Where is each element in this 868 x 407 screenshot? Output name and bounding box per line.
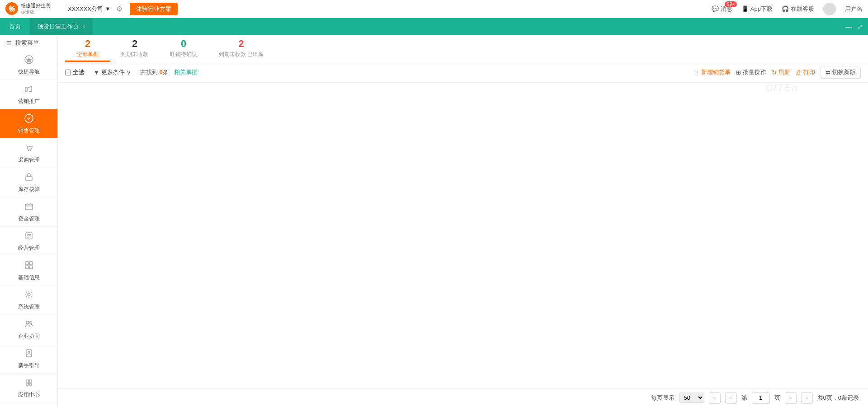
print-label: 打印 — [803, 68, 815, 76]
refresh-icon: ↻ — [772, 69, 777, 76]
next-page-btn[interactable]: > — [785, 392, 797, 404]
pagination-bar: 每页显示 50 100 200 « < 第 页 > » 共0页，0条记录 — [58, 388, 868, 407]
online-service-btn[interactable]: 🎧 在线客服 — [782, 5, 814, 13]
stat-tab-all[interactable]: 2 全部单据 — [65, 35, 110, 62]
svg-text:畅: 畅 — [9, 5, 15, 12]
toolbar-right: + 新增销货单 ⊞ 批量操作 ↻ 刷新 🖨 打印 ⇄ 切换新版 — [696, 66, 861, 79]
per-page-select[interactable]: 50 100 200 — [679, 393, 704, 403]
filter-label: 更多条件 — [101, 68, 125, 76]
sidebar-item-purchase[interactable]: 采购管理 — [0, 139, 57, 168]
trial-button[interactable]: 体验行业方案 — [130, 3, 178, 15]
sidebar-item-sales[interactable]: 销售管理 — [0, 109, 57, 139]
sidebar-item-system[interactable]: 系统管理 — [0, 285, 57, 315]
tab-bar-right: — ⤢ — [845, 23, 868, 30]
sidebar-search[interactable]: ☰ 搜索菜单 — [0, 35, 57, 51]
tab-bar: 首页 钱货日清工作台 × — ⤢ — [0, 18, 868, 35]
svg-point-21 — [26, 321, 29, 324]
page-input[interactable] — [752, 392, 770, 404]
sidebar-item-guide[interactable]: 新手引导 — [0, 344, 57, 374]
table-area — [58, 83, 868, 388]
toolbar: 全选 ▼ 更多条件 ∨ 共找到 0条 相关单据 + 新增销货单 ⊞ 批量操作 — [58, 62, 868, 83]
per-page-label: 每页显示 — [651, 394, 675, 402]
chevron-down-icon: ∨ — [127, 69, 131, 76]
switch-icon: ⇄ — [826, 69, 830, 76]
first-page-btn[interactable]: « — [709, 392, 721, 404]
stat-tab-pending[interactable]: 0 旺铺待确认 — [159, 35, 208, 62]
refresh-btn[interactable]: ↻ 刷新 — [772, 68, 790, 76]
logo-area: 畅 畅捷通好生意 标准版 — [5, 2, 63, 15]
sidebar-item-finance[interactable]: 资金管理 — [0, 197, 57, 227]
switch-version-btn[interactable]: ⇄ 切换新版 — [821, 66, 861, 79]
app-download-btn[interactable]: 📱 App下载 — [741, 5, 773, 13]
app-icon: 📱 — [741, 5, 749, 12]
operations-icon — [24, 231, 33, 243]
stat-label-overdue: 到期未收款 — [121, 51, 148, 58]
found-count: 0 — [160, 69, 163, 75]
app-center-icon — [24, 378, 33, 389]
sidebar-item-wechat[interactable]: 企业微信 — [0, 403, 57, 407]
system-icon — [24, 290, 33, 301]
username[interactable]: 用户名 — [845, 5, 863, 13]
top-header: 畅 畅捷通好生意 标准版 XXXXXX公司 ▼ ⚙ 体验行业方案 💬 消息 99… — [0, 0, 868, 18]
stats-bar: 2 全部单据 2 到期未收款 0 旺铺待确认 2 到期未收款 已出库 — [58, 35, 868, 62]
tab-close-icon[interactable]: × — [82, 23, 85, 30]
svg-point-22 — [29, 322, 32, 324]
message-btn[interactable]: 💬 消息 99+ — [712, 5, 732, 13]
svg-rect-16 — [25, 262, 28, 265]
settings-icon[interactable]: ⚙ — [116, 5, 123, 13]
svg-point-6 — [30, 150, 31, 151]
sidebar-item-inventory[interactable]: 库存核算 — [0, 168, 57, 197]
svg-rect-18 — [25, 266, 28, 269]
tab-home[interactable]: 首页 — [0, 18, 30, 35]
company-selector[interactable]: XXXXXX公司 ▼ — [68, 5, 111, 13]
tab-label: 钱货日清工作台 — [38, 23, 79, 31]
sidebar-item-operations[interactable]: 经营管理 — [0, 227, 57, 256]
stat-num-all: 2 — [85, 38, 90, 50]
prev-page-btn[interactable]: < — [725, 392, 737, 404]
sidebar-item-label: 采购管理 — [18, 156, 40, 164]
sidebar-item-quick-nav[interactable]: 快捷导航 — [0, 51, 57, 80]
message-icon: 💬 — [712, 5, 719, 12]
sidebar-item-label: 基础信息 — [18, 274, 40, 281]
svg-rect-8 — [25, 204, 33, 210]
select-all-input[interactable] — [65, 70, 71, 75]
tab-qhrq[interactable]: 钱货日清工作台 × — [30, 18, 93, 35]
inventory-icon — [24, 173, 33, 184]
main-layout: ☰ 搜索菜单 快捷导航 营销推广 销售管理 — [0, 35, 868, 407]
minimize-icon[interactable]: — — [845, 23, 852, 30]
svg-point-20 — [28, 293, 30, 296]
print-icon: 🖨 — [796, 69, 802, 76]
batch-icon: ⊞ — [736, 69, 741, 76]
sidebar-item-label: 营销推广 — [18, 98, 40, 105]
svg-point-5 — [28, 150, 29, 151]
expand-icon[interactable]: ⤢ — [857, 23, 863, 30]
print-btn[interactable]: 🖨 打印 — [796, 68, 815, 76]
stat-tab-shipped[interactable]: 2 到期未收款 已出库 — [208, 35, 274, 62]
marketing-icon — [24, 84, 33, 96]
sidebar-item-label: 新手引导 — [18, 362, 40, 370]
sales-icon — [24, 114, 33, 125]
sidebar-item-enterprise[interactable]: 企业协同 — [0, 315, 57, 344]
found-text: 共找到 0条 — [140, 68, 169, 76]
sidebar-item-base-info[interactable]: 基础信息 — [0, 256, 57, 285]
related-link[interactable]: 相关单据 — [174, 68, 198, 76]
batch-label: 批量操作 — [743, 68, 766, 76]
content-area: 2 全部单据 2 到期未收款 0 旺铺待确认 2 到期未收款 已出库 全选 — [58, 35, 868, 407]
quick-nav-icon — [24, 55, 33, 66]
avatar[interactable] — [823, 3, 836, 15]
sidebar-item-app-center[interactable]: 应用中心 — [0, 374, 57, 403]
last-page-btn[interactable]: » — [801, 392, 813, 404]
stat-tab-overdue[interactable]: 2 到期未收款 — [110, 35, 159, 62]
sidebar-item-marketing[interactable]: 营销推广 — [0, 80, 57, 109]
new-order-btn[interactable]: + 新增销货单 — [696, 68, 731, 76]
select-all-checkbox[interactable]: 全选 — [65, 68, 85, 76]
sidebar-item-label: 销售管理 — [18, 127, 40, 135]
total-info: 共0页，0条记录 — [817, 394, 859, 402]
enterprise-icon — [24, 319, 33, 331]
app-label: App下载 — [750, 5, 773, 13]
purchase-icon — [24, 143, 33, 154]
sidebar-item-label: 系统管理 — [18, 303, 40, 311]
batch-btn[interactable]: ⊞ 批量操作 — [736, 68, 766, 76]
filter-btn[interactable]: ▼ 更多条件 ∨ — [90, 66, 135, 78]
stat-num-overdue: 2 — [132, 38, 137, 50]
